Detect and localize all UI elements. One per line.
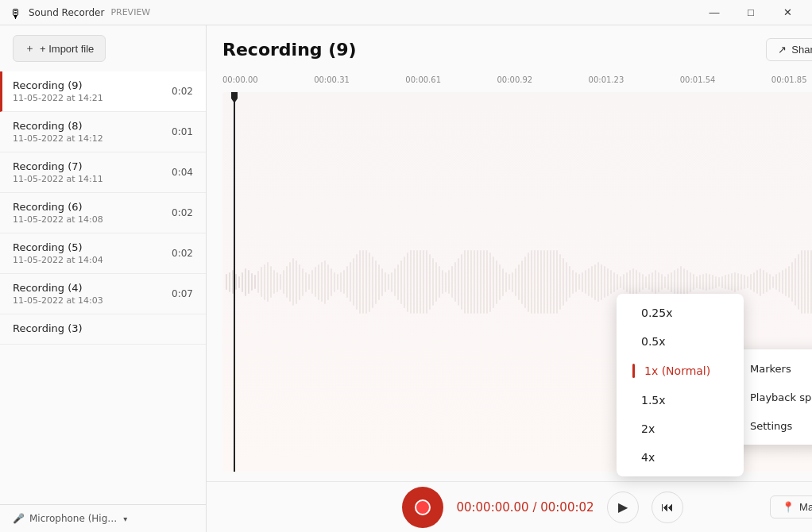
mark-icon: 📍 bbox=[782, 501, 795, 513]
waveform-bar bbox=[639, 272, 640, 292]
waveform-bar bbox=[283, 270, 284, 294]
waveform-bar bbox=[775, 274, 777, 290]
waveform-bar bbox=[699, 275, 701, 289]
waveform-bar bbox=[531, 250, 532, 314]
speed-menu-item[interactable]: 1.5x bbox=[617, 386, 744, 414]
waveform-bar bbox=[750, 274, 752, 290]
speed-menu-item[interactable]: 0.25x bbox=[617, 299, 744, 327]
recording-item[interactable]: Recording (6) 11-05-2022 at 14:08 0:02 bbox=[0, 193, 206, 233]
waveform-bar bbox=[318, 264, 319, 300]
mic-icon: 🎤 bbox=[13, 513, 25, 524]
recording-item[interactable]: Recording (4) 11-05-2022 at 14:03 0:07 bbox=[0, 274, 206, 314]
import-icon: ＋ bbox=[25, 41, 35, 56]
waveform-bar bbox=[690, 272, 691, 292]
waveform-bar bbox=[410, 250, 412, 314]
waveform-bar bbox=[658, 272, 659, 292]
waveform-bar bbox=[242, 272, 243, 292]
speed-menu-item[interactable]: 1x (Normal) bbox=[617, 356, 744, 386]
speed-menu-item[interactable]: 4x bbox=[617, 443, 744, 472]
recording-item[interactable]: Recording (5) 11-05-2022 at 14:04 0:02 bbox=[0, 233, 206, 274]
share-label: Share bbox=[791, 44, 812, 56]
menu-label: Settings bbox=[750, 420, 792, 432]
waveform-bar bbox=[257, 271, 259, 293]
waveform-bar bbox=[280, 274, 281, 290]
maximize-button[interactable]: □ bbox=[733, 0, 769, 25]
mic-label: Microphone (Hig… bbox=[29, 513, 117, 524]
timeline-marker: 00:01.54 bbox=[680, 75, 716, 84]
waveform-bar bbox=[788, 266, 790, 298]
waveform-bar bbox=[702, 274, 704, 290]
waveform-bar bbox=[594, 264, 596, 300]
bottom-controls: 00:00:00.00 / 00:00:02 ▶ ⏮ 📍 Mark ••• bbox=[207, 481, 812, 532]
speed-label: 1.5x bbox=[641, 394, 666, 407]
import-file-button[interactable]: ＋ + Import file bbox=[13, 35, 106, 62]
waveform-bar bbox=[493, 256, 494, 308]
timeline-marker: 00:00.00 bbox=[222, 75, 258, 84]
waveform-bar bbox=[413, 250, 415, 314]
speed-menu-item[interactable]: 0.5x bbox=[617, 327, 744, 356]
waveform-bar bbox=[696, 276, 698, 288]
waveform-bar bbox=[632, 268, 634, 296]
waveform-bar bbox=[655, 270, 656, 294]
waveform-bar bbox=[235, 274, 237, 290]
speed-label: 4x bbox=[641, 451, 655, 464]
waveform-bar bbox=[321, 262, 323, 302]
waveform-bar bbox=[712, 275, 713, 289]
waveform-bar bbox=[769, 274, 771, 290]
skip-to-start-button[interactable]: ⏮ bbox=[652, 492, 683, 523]
waveform-bar bbox=[359, 250, 361, 314]
waveform-bar bbox=[652, 272, 653, 292]
microphone-selector[interactable]: 🎤 Microphone (Hig… ▾ bbox=[0, 504, 206, 532]
waveform-bar bbox=[451, 266, 453, 298]
share-icon: ↗ bbox=[778, 44, 787, 56]
share-button[interactable]: ↗ Share bbox=[766, 38, 812, 61]
waveform-bar bbox=[435, 262, 437, 302]
waveform-bar bbox=[470, 250, 472, 314]
recordings-list: Recording (9) 11-05-2022 at 14:21 0:02 R… bbox=[0, 71, 206, 504]
waveform-bar bbox=[721, 276, 723, 288]
recording-item[interactable]: Recording (7) 11-05-2022 at 14:11 0:04 bbox=[0, 152, 206, 193]
recording-duration: 0:02 bbox=[172, 86, 193, 97]
waveform-bar bbox=[664, 276, 666, 288]
waveform-bar bbox=[378, 264, 380, 300]
waveform-bar bbox=[671, 272, 672, 292]
recording-title: Recording (9) bbox=[222, 40, 357, 60]
recording-item[interactable]: Recording (9) 11-05-2022 at 14:21 0:02 bbox=[0, 71, 206, 112]
timeline-marker: 00:00.92 bbox=[497, 75, 532, 84]
waveform-bar bbox=[798, 254, 799, 310]
waveform-bar bbox=[718, 277, 720, 287]
waveform-bar bbox=[572, 270, 574, 294]
waveform-bar bbox=[474, 250, 475, 314]
waveform-bar bbox=[623, 274, 624, 290]
app-icon: 🎙 bbox=[10, 6, 22, 19]
recording-item[interactable]: Recording (3) bbox=[0, 314, 206, 345]
waveform-bar bbox=[432, 258, 434, 306]
waveform-bar bbox=[629, 270, 631, 294]
recording-duration: 0:07 bbox=[172, 288, 193, 299]
mark-button[interactable]: 📍 Mark bbox=[770, 495, 812, 519]
close-button[interactable]: ✕ bbox=[769, 0, 806, 25]
speed-label: 2x bbox=[641, 422, 655, 435]
waveform-bar bbox=[807, 250, 809, 314]
waveform-bar bbox=[515, 268, 516, 296]
waveform-bar bbox=[270, 266, 272, 298]
waveform-bar bbox=[636, 270, 637, 294]
waveform-bar bbox=[267, 262, 269, 302]
play-button[interactable]: ▶ bbox=[607, 492, 639, 523]
minimize-button[interactable]: — bbox=[696, 0, 733, 25]
waveform-bar bbox=[585, 270, 586, 294]
record-button[interactable] bbox=[402, 487, 443, 528]
waveform-bar bbox=[439, 266, 440, 298]
header-actions: ↗ Share ••• bbox=[766, 37, 812, 62]
app-name: Sound Recorder bbox=[29, 7, 104, 18]
waveform-bar bbox=[645, 276, 647, 288]
waveform-bar bbox=[642, 274, 644, 290]
waveform-bar bbox=[372, 256, 373, 308]
waveform-bar bbox=[534, 250, 536, 314]
recording-item[interactable]: Recording (8) 11-05-2022 at 14:12 0:01 bbox=[0, 112, 206, 152]
speed-menu-item[interactable]: 2x bbox=[617, 414, 744, 443]
waveform-bar bbox=[356, 254, 358, 310]
waveform-bar bbox=[791, 262, 793, 302]
sidebar-import: ＋ + Import file bbox=[0, 25, 206, 71]
waveform-bar bbox=[795, 258, 796, 306]
